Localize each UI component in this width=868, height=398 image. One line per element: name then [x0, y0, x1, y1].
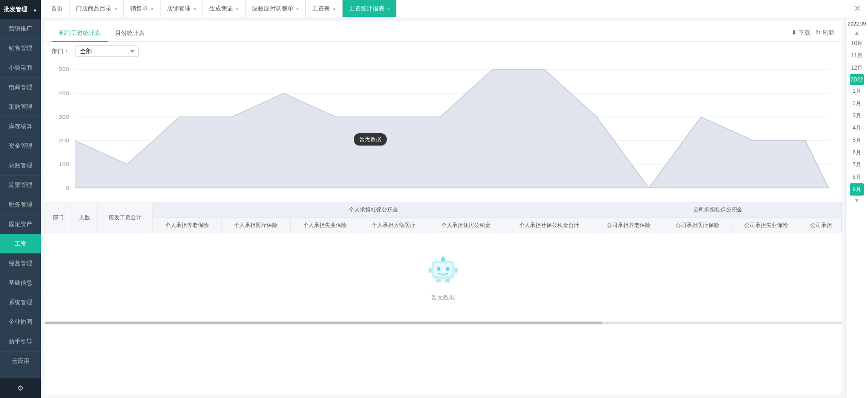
sidebar-item-经营管理[interactable]: 经营管理 [0, 254, 41, 273]
svg-rect-21 [454, 267, 458, 273]
sidebar-header[interactable]: 批发管理 ▲ [0, 0, 41, 19]
sidebar-item-系统管理[interactable]: 系统管理 [0, 293, 41, 312]
tabs-container: 首页门店商品目录×销售单×店铺管理×生成凭证×应收应付调整单×工资表×工资统计报… [45, 0, 397, 17]
sidebar-item-库存核算[interactable]: 库存核算 [0, 117, 41, 136]
sidebar-title: 批发管理 [4, 5, 27, 14]
tab-close-button[interactable]: × [296, 6, 299, 11]
col-dept: 部门 [45, 202, 71, 233]
timeline-item-4月[interactable]: 4月 [850, 122, 864, 134]
tab-销售单[interactable]: 销售单× [124, 0, 160, 17]
tab-首页[interactable]: 首页 [45, 0, 70, 17]
svg-text:500: 500 [59, 66, 69, 72]
sidebar-item-固定资产[interactable]: 固定资产 [0, 215, 41, 234]
timeline-down-arrow[interactable]: ▼ [853, 196, 861, 205]
timeline-item-9月[interactable]: 9月 [850, 183, 864, 196]
tab-label: 店铺管理 [167, 5, 191, 13]
tab-close-button[interactable]: × [114, 6, 117, 11]
download-button[interactable]: ⬇ 下载 [792, 29, 810, 37]
dept-filter-select[interactable]: 全部 [75, 45, 139, 57]
timeline-year-label: 2022.09 [847, 19, 867, 28]
tab-close-button[interactable]: × [193, 6, 196, 11]
timeline-item-12月[interactable]: 12月 [850, 62, 864, 74]
timeline-item-7月[interactable]: 7月 [850, 159, 864, 171]
timeline-item-2月[interactable]: 2月 [850, 97, 864, 110]
tab-close-button[interactable]: × [236, 6, 238, 11]
sub-tab-month[interactable]: 月份统计表 [108, 25, 152, 42]
timeline-item-2022[interactable]: 2022 [850, 74, 864, 85]
tab-label: 生成凭证 [209, 5, 233, 13]
settings-icon: ⚙ [17, 384, 24, 392]
sub-tabs: 部门工资统计表 月份统计表 ⬇ 下载 ↻ 刷新 [45, 21, 842, 42]
timeline-item-11月[interactable]: 11月 [850, 50, 864, 62]
timeline-item-1月[interactable]: 1月 [850, 85, 864, 97]
tab-门店商品目录[interactable]: 门店商品目录× [70, 0, 124, 17]
table-wrapper[interactable]: 部门 人数 应发工资合计 个人承担社保公积金 公司承担社保公积金 个人承担养老保… [45, 202, 842, 394]
salary-table: 部门 人数 应发工资合计 个人承担社保公积金 公司承担社保公积金 个人承担养老保… [45, 202, 842, 320]
svg-text:300: 300 [59, 114, 69, 120]
svg-text:0: 0 [66, 185, 69, 191]
sidebar-item-企业协同[interactable]: 企业协同 [0, 312, 41, 332]
col-company-social: 公司承担社保公积金 [594, 202, 842, 218]
close-all-icon: ✕ [854, 4, 861, 14]
sidebar-item-发票管理[interactable]: 发票管理 [0, 176, 41, 195]
refresh-icon: ↻ [816, 29, 821, 36]
empty-state: 暂无数据 [45, 233, 842, 320]
sidebar-item-税务管理[interactable]: 税务管理 [0, 195, 41, 215]
timeline-item-6月[interactable]: 6月 [850, 146, 864, 159]
tab-label: 销售单 [130, 5, 148, 13]
timeline-item-5月[interactable]: 5月 [850, 134, 864, 146]
col-company-other: 公司承担 [801, 218, 841, 233]
timeline-items: 10月11月12月20221月2月3月4月5月6月7月8月9月 [850, 37, 864, 196]
chart-area: 500 400 300 200 100 0 [45, 60, 842, 202]
col-personal-total: 个人承担社保公积金合计 [504, 218, 594, 233]
svg-text:100: 100 [59, 161, 69, 167]
col-personal-housing: 个人承担住房公积金 [428, 218, 504, 233]
sidebar-item-工资[interactable]: 工资 [0, 234, 41, 254]
sidebar-item-采购管理[interactable]: 采购管理 [0, 97, 41, 117]
svg-rect-15 [434, 263, 452, 276]
inner-content: 部门工资统计表 月份统计表 ⬇ 下载 ↻ 刷新 部门： [45, 21, 842, 394]
tab-店铺管理[interactable]: 店铺管理× [161, 0, 203, 17]
sidebar-items: 营销推广销售管理小畅电商电商管理采购管理库存核算资金管理总账管理发票管理税务管理… [0, 19, 41, 371]
sidebar-item-营销推广[interactable]: 营销推广 [0, 19, 41, 39]
svg-rect-18 [441, 258, 445, 262]
timeline-up-arrow[interactable]: ▲ [853, 28, 861, 37]
timeline-item-10月[interactable]: 10月 [850, 37, 864, 50]
svg-marker-12 [75, 70, 828, 188]
tab-close-button[interactable]: × [333, 6, 335, 11]
salary-chart: 500 400 300 200 100 0 [52, 64, 834, 201]
sidebar-item-电商管理[interactable]: 电商管理 [0, 78, 41, 97]
svg-text:200: 200 [59, 138, 69, 143]
sidebar-item-新手引导[interactable]: 新手引导 [0, 332, 41, 352]
timeline-item-8月[interactable]: 8月 [850, 171, 864, 183]
tab-close-button[interactable]: × [387, 6, 390, 11]
timeline-item-3月[interactable]: 3月 [850, 110, 864, 122]
tab-工资统计报表[interactable]: 工资统计报表× [343, 0, 397, 17]
sidebar-item-基础信息[interactable]: 基础信息 [0, 273, 41, 293]
sidebar-settings-button[interactable]: ⚙ [0, 378, 41, 398]
empty-icon [425, 252, 461, 288]
tab-生成凭证[interactable]: 生成凭证× [203, 0, 245, 17]
tab-应收应付调整单[interactable]: 应收应付调整单× [246, 0, 306, 17]
sidebar-item-销售管理[interactable]: 销售管理 [0, 39, 41, 58]
sidebar-collapse-icon: ▲ [33, 7, 37, 12]
tab-label: 应收应付调整单 [252, 5, 293, 13]
tab-close-button[interactable]: × [151, 6, 153, 11]
sidebar-item-资金管理[interactable]: 资金管理 [0, 136, 41, 156]
tab-工资表[interactable]: 工资表× [306, 0, 342, 17]
col-personal-major-medical: 个人承担大额医疗 [359, 218, 428, 233]
col-personal-medical: 个人承担医疗保险 [222, 218, 290, 233]
empty-row: 暂无数据 [45, 233, 842, 320]
refresh-button[interactable]: ↻ 刷新 [816, 29, 834, 37]
main-area: 首页门店商品目录×销售单×店铺管理×生成凭证×应收应付调整单×工资表×工资统计报… [41, 0, 868, 398]
svg-rect-23 [445, 279, 450, 282]
sub-tab-department[interactable]: 部门工资统计表 [52, 25, 108, 42]
svg-point-19 [442, 257, 444, 258]
sidebar-item-总账管理[interactable]: 总账管理 [0, 156, 41, 176]
close-all-tabs-button[interactable]: ✕ [850, 2, 864, 15]
sidebar-item-小畅电商[interactable]: 小畅电商 [0, 58, 41, 78]
col-personal-unemployment: 个人承担失业保险 [290, 218, 359, 233]
tab-label: 工资统计报表 [349, 5, 384, 13]
tab-bar: 首页门店商品目录×销售单×店铺管理×生成凭证×应收应付调整单×工资表×工资统计报… [41, 0, 868, 17]
sidebar-item-云应用[interactable]: 云应用 [0, 352, 41, 371]
